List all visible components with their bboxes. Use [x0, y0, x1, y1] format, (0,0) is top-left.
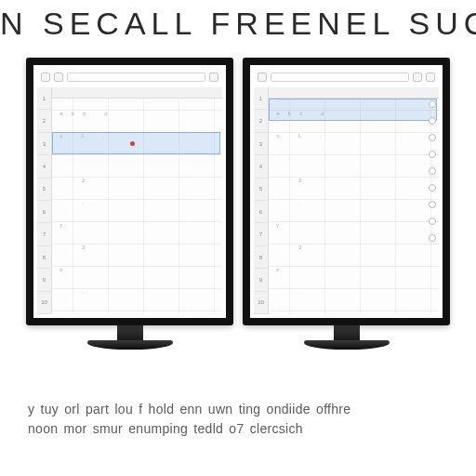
toolbar: [254, 71, 439, 87]
toolbar-button-icon[interactable]: [209, 73, 218, 82]
toolbar-button-icon[interactable]: [426, 73, 435, 82]
radio-icon[interactable]: [429, 117, 436, 125]
search-input[interactable]: [67, 73, 205, 82]
monitor-neck: [117, 325, 143, 340]
toolbar: [37, 71, 222, 87]
toolbar-button-icon[interactable]: [413, 73, 422, 82]
caption-text: y tuy orl part lou f hold enn uwn ting o…: [28, 400, 448, 439]
search-input[interactable]: [271, 73, 409, 82]
screen-right: 1 2 3 4 5 6 7 8 9 10: [243, 58, 450, 325]
spreadsheet-grid[interactable]: 1 2 3 4 5 6 7 8 9 10 a b c d x: [37, 87, 222, 314]
cell-contents: a b c d x 1 . · · 2 . y 3 z .: [58, 102, 207, 311]
radio-icon[interactable]: [429, 151, 436, 158]
cell-contents: a b c d x 1 . · · 2 . y 3 z .: [274, 102, 424, 311]
radio-icon[interactable]: [429, 184, 436, 192]
monitor-right: 1 2 3 4 5 6 7 8 9 10: [243, 58, 450, 350]
monitor-left: 1 2 3 4 5 6 7 8 9 10 a b c d x: [26, 58, 233, 350]
page-title: N SECALL FREENEL SUCU: [0, 6, 476, 42]
spreadsheet-grid[interactable]: 1 2 3 4 5 6 7 8 9 10: [254, 87, 439, 314]
monitor-neck: [334, 325, 360, 340]
radio-icon[interactable]: [429, 100, 436, 108]
row-header: 1 2 3 4 5 6 7 8 9 10: [37, 87, 52, 314]
radio-icon[interactable]: [429, 218, 436, 225]
toolbar-button-icon[interactable]: [258, 73, 267, 82]
radio-icon[interactable]: [429, 167, 436, 175]
row-header: 1 2 3 4 5 6 7 8 9 10: [254, 87, 269, 314]
radio-icon[interactable]: [429, 134, 436, 141]
caption-line-1: y tuy orl part lou f hold enn uwn ting o…: [28, 402, 350, 416]
scrollbar[interactable]: [428, 100, 437, 311]
radio-icon[interactable]: [429, 234, 436, 242]
column-header: [269, 87, 439, 99]
caption-line-2: noon mor smur enumping tedld o7 clercsic…: [28, 421, 303, 436]
radio-icon[interactable]: [429, 201, 436, 208]
column-header: [52, 87, 222, 99]
screen-left: 1 2 3 4 5 6 7 8 9 10 a b c d x: [26, 58, 233, 325]
monitor-base: [304, 340, 390, 350]
monitor-base: [87, 340, 173, 350]
toolbar-button-icon[interactable]: [41, 73, 50, 82]
dual-monitor-illustration: 1 2 3 4 5 6 7 8 9 10 a b c d x: [0, 58, 476, 392]
toolbar-button-icon[interactable]: [54, 73, 63, 82]
